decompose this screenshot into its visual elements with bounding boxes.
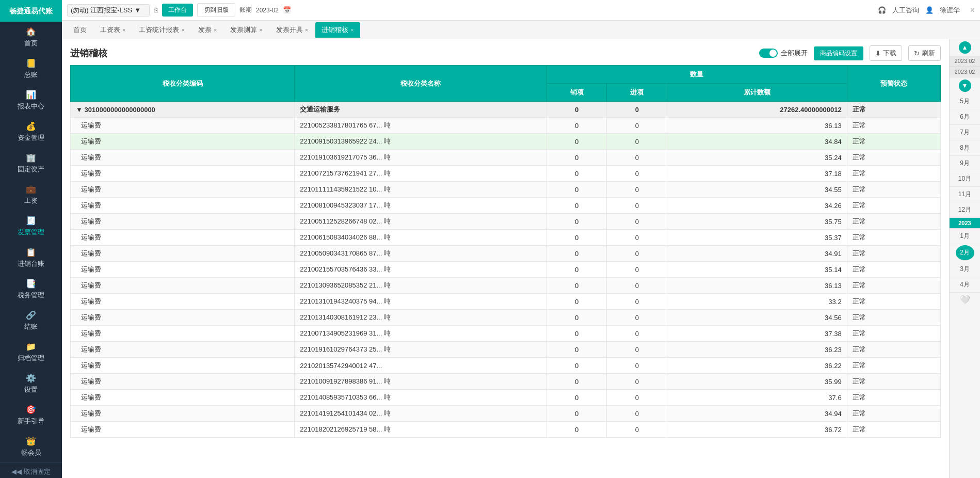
- tax-name-cell: 221014085935710353 66... 吨: [295, 390, 547, 406]
- table-row[interactable]: 运输费221013140308161912 23... 吨0034.56正常: [71, 310, 941, 326]
- sidebar-item-invoice-mgmt[interactable]: 🧾 发票管理: [0, 211, 62, 242]
- sidebar-item-finance[interactable]: 💰 资金管理: [0, 116, 62, 148]
- support-label[interactable]: 人工咨询: [892, 6, 919, 15]
- sidebar-item-home[interactable]: 🏠 首页: [0, 22, 62, 53]
- main-content: 进销稽核 全部展开 商品编码设置 ⬇ 下载 ↻ 刷: [62, 39, 949, 478]
- tab-home[interactable]: 首页: [67, 22, 93, 38]
- nav-down-button[interactable]: ▼: [959, 79, 971, 92]
- refresh-button[interactable]: ↻ 刷新: [908, 45, 941, 61]
- table-row[interactable]: 运输费221007215737621941 27... 吨0037.18正常: [71, 166, 941, 182]
- tab-close-icon[interactable]: ×: [350, 27, 354, 33]
- month-12[interactable]: 12月: [950, 202, 980, 218]
- tab-close-icon[interactable]: ×: [214, 27, 217, 33]
- table-row[interactable]: 运输费221005090343170865 87... 吨0034.91正常: [71, 246, 941, 262]
- tab-reconciliation[interactable]: 进销稽核 ×: [315, 22, 360, 38]
- tab-payroll-report[interactable]: 工资统计报表 ×: [133, 22, 190, 38]
- sidebar-item-checkout[interactable]: 🔗 结账: [0, 305, 62, 337]
- tab-close-icon[interactable]: ×: [181, 27, 184, 33]
- tab-invoice-issue[interactable]: 发票开具 ×: [270, 22, 314, 38]
- workspace-button[interactable]: 工作台: [162, 4, 193, 17]
- table-row[interactable]: 运输费221005112528266748 02... 吨0035.75正常: [71, 214, 941, 230]
- table-row[interactable]: 运输费221002155703576436 33... 吨0035.14正常: [71, 262, 941, 278]
- month-4-2023[interactable]: 4月: [950, 277, 980, 293]
- nav-up-button[interactable]: ▲: [959, 41, 971, 54]
- period-label: 账期: [239, 6, 252, 14]
- tab-invoice[interactable]: 发票 ×: [192, 22, 223, 38]
- tax-name-cell: 221009150313965922 24... 吨: [295, 134, 547, 150]
- sidebar-item-purchase-sale[interactable]: 📋 进销台账: [0, 242, 62, 274]
- sidebar-item-label: 新手引导: [18, 417, 44, 426]
- month-9[interactable]: 9月: [950, 156, 980, 171]
- tab-payroll[interactable]: 工资表 ×: [94, 22, 132, 38]
- month-3-2023[interactable]: 3月: [950, 262, 980, 277]
- table-row[interactable]: 运输费221005233817801765 67... 吨0036.13正常: [71, 118, 941, 134]
- unpin-button[interactable]: ◀◀ 取消固定: [0, 463, 62, 478]
- table-row[interactable]: 运输费221009150313965922 24... 吨0034.84正常: [71, 134, 941, 150]
- table-row[interactable]: 运输费221006150834034026 88... 吨0035.37正常: [71, 230, 941, 246]
- home-icon: 🏠: [26, 27, 36, 37]
- year-label-prev2: 2023.02: [950, 67, 980, 77]
- purchase-cell: 0: [607, 310, 667, 326]
- sidebar-item-tax[interactable]: 📑 税务管理: [0, 274, 62, 305]
- tab-invoice-calc[interactable]: 发票测算 ×: [224, 22, 268, 38]
- table-row[interactable]: 运输费221019161029764373 25... 吨0036.23正常: [71, 342, 941, 358]
- expand-toggle[interactable]: 全部展开: [759, 49, 808, 58]
- month-5[interactable]: 5月: [950, 94, 980, 109]
- table-row[interactable]: 运输费221019103619217075 36... 吨0035.24正常: [71, 150, 941, 166]
- table-row[interactable]: 运输费221013101943240375 94... 吨0033.2正常: [71, 294, 941, 310]
- tax-code-cell: 运输费: [71, 390, 295, 406]
- table-row[interactable]: 运输费221014085935710353 66... 吨0037.6正常: [71, 390, 941, 406]
- month-1-2023[interactable]: 1月: [950, 229, 980, 244]
- table-row[interactable]: 运输费221013093652085352 21... 吨0036.13正常: [71, 278, 941, 294]
- tax-name-cell: 221013093652085352 21... 吨: [295, 278, 547, 294]
- close-button[interactable]: ×: [970, 6, 975, 15]
- download-button[interactable]: ⬇ 下载: [870, 45, 902, 61]
- status-cell: 正常: [847, 406, 940, 422]
- month-7[interactable]: 7月: [950, 125, 980, 140]
- tab-close-icon[interactable]: ×: [305, 27, 308, 33]
- tab-close-icon[interactable]: ×: [259, 27, 262, 33]
- sidebar-item-reports[interactable]: 📊 报表中心: [0, 85, 62, 116]
- heart-icon[interactable]: 🤍: [960, 295, 970, 305]
- toggle-track[interactable]: [759, 49, 778, 58]
- sidebar-item-settings[interactable]: ⚙️ 设置: [0, 368, 62, 400]
- month-6[interactable]: 6月: [950, 109, 980, 125]
- col-header-purchase: 进项: [607, 84, 667, 102]
- table-row[interactable]: 运输费221010091927898386 91... 吨0035.99正常: [71, 374, 941, 390]
- table-row[interactable]: 运输费221018202126925719 58... 吨0036.72正常: [71, 422, 941, 438]
- table-row[interactable]: 运输费221020135742940012 47... 0036.22正常: [71, 358, 941, 374]
- col-header-status: 预警状态: [847, 66, 940, 102]
- finance-icon: 💰: [26, 121, 36, 131]
- tab-close-icon[interactable]: ×: [122, 27, 125, 33]
- cumulative-cell: 36.23: [667, 342, 847, 358]
- company-selector[interactable]: (勿动) 江西报宝-LSS ▼: [67, 4, 150, 17]
- sidebar-item-ledger[interactable]: 📒 总账: [0, 53, 62, 85]
- sidebar-item-assets[interactable]: 🏢 固定资产: [0, 148, 62, 179]
- table-row[interactable]: 运输费221008100945323037 17... 吨0034.26正常: [71, 198, 941, 214]
- header-actions: 全部展开 商品编码设置 ⬇ 下载 ↻ 刷新: [759, 45, 941, 61]
- cumulative-cell: 35.24: [667, 150, 847, 166]
- month-8[interactable]: 8月: [950, 140, 980, 156]
- calendar-icon[interactable]: 📅: [283, 6, 291, 14]
- settings-button[interactable]: 商品编码设置: [814, 46, 863, 60]
- sidebar-item-member[interactable]: 👑 畅会员: [0, 431, 62, 463]
- status-cell: 正常: [847, 230, 940, 246]
- page-content: 进销稽核 全部展开 商品编码设置 ⬇ 下载 ↻ 刷: [62, 39, 980, 478]
- purchase-cell: 0: [607, 230, 667, 246]
- month-10[interactable]: 10月: [950, 171, 980, 187]
- month-2-2023[interactable]: 2月: [956, 245, 974, 261]
- switch-version-button[interactable]: 切到旧版: [197, 3, 235, 17]
- main-area: (勿动) 江西报宝-LSS ▼ ⎘ 工作台 切到旧版 账期 2023-02 📅 …: [62, 0, 980, 478]
- copy-icon[interactable]: ⎘: [154, 6, 158, 14]
- month-11[interactable]: 11月: [950, 187, 980, 202]
- ledger-icon: 📒: [26, 58, 36, 68]
- sidebar-item-archive[interactable]: 📁 归档管理: [0, 337, 62, 368]
- sidebar-item-guide[interactable]: 🎯 新手引导: [0, 400, 62, 431]
- table-row[interactable]: 运输费221014191254101434 02... 吨0034.94正常: [71, 406, 941, 422]
- status-cell: 正常: [847, 214, 940, 230]
- table-row[interactable]: ▼ 3010000000000000000交通运输服务0027262.40000…: [71, 102, 941, 118]
- table-row[interactable]: 运输费221011111435921522 10... 吨0034.55正常: [71, 182, 941, 198]
- sidebar-item-salary[interactable]: 💼 工资: [0, 179, 62, 211]
- refresh-icon: ↻: [914, 50, 920, 57]
- table-row[interactable]: 运输费221007134905231969 31... 吨0037.38正常: [71, 326, 941, 342]
